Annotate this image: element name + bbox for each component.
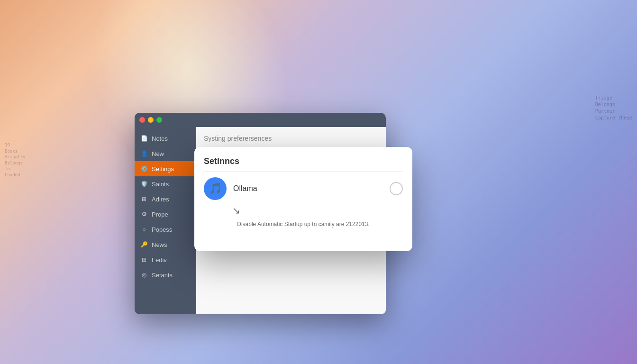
settings-dialog: Setinncs 🎵 Ollama ↘ Disable Automatic St…: [194, 147, 412, 251]
sidebar-item-popess[interactable]: ○ Popess: [135, 222, 196, 237]
adires-icon: ⊞: [140, 195, 148, 203]
arrow-icon: ↘: [232, 205, 403, 216]
sidebar-item-fediv[interactable]: ⊞ Fediv: [135, 252, 196, 267]
dialog-title: Setinncs: [204, 156, 403, 172]
sidebar-item-label: Setants: [152, 272, 173, 279]
sidebar-item-adires[interactable]: ⊞ Adires: [135, 191, 196, 207]
fediv-icon: ⊞: [140, 256, 148, 264]
sidebar-item-label: News: [152, 241, 167, 248]
maximize-button[interactable]: [156, 117, 162, 123]
dialog-description: Disable Automatic Startup up tn camily a…: [204, 221, 403, 228]
notes-icon: 📄: [140, 135, 148, 142]
sidebar-item-notes[interactable]: 📄 Notes: [135, 131, 196, 146]
popess-icon: ○: [140, 226, 148, 233]
minimize-button[interactable]: [148, 117, 154, 123]
sidebar-item-label: Settings: [152, 165, 174, 173]
window-titlebar: [135, 113, 386, 127]
sidebar-item-label: Popess: [152, 226, 172, 233]
sidebar-item-news[interactable]: 🔑 News: [135, 237, 196, 252]
news-icon: 🔑: [140, 241, 148, 248]
sidebar-item-setants[interactable]: ◎ Setants: [135, 267, 196, 282]
close-button[interactable]: [139, 117, 145, 123]
prope-icon: ⚙: [140, 210, 148, 218]
sidebar-item-label: New: [152, 150, 164, 157]
sidebar-item-label: Prope: [152, 211, 168, 218]
section-title: Systing preferersences: [204, 135, 378, 142]
sidebar-item-label: Adires: [152, 196, 169, 203]
setants-icon: ◎: [140, 271, 148, 279]
saints-icon: 🛡️: [140, 180, 148, 188]
new-icon: 👤: [140, 150, 148, 157]
sidebar-item-settings[interactable]: ⚙️ Settings: [135, 161, 196, 176]
sidebar-item-label: Notes: [152, 135, 168, 142]
sidebar-item-label: Saints: [152, 181, 169, 188]
sidebar-item-saints[interactable]: 🛡️ Saints: [135, 176, 196, 191]
dialog-app-row: 🎵 Ollama: [204, 177, 403, 200]
sidebar-item-new[interactable]: 👤 New: [135, 146, 196, 161]
settings-icon: ⚙️: [140, 165, 148, 173]
sidebar-item-label: Fediv: [152, 256, 167, 264]
app-icon-ollama: 🎵: [204, 177, 227, 200]
app-name-label: Ollama: [233, 184, 383, 193]
toggle-switch[interactable]: [390, 182, 403, 195]
sidebar: 📄 Notes 👤 New ⚙️ Settings 🛡️ Saints ⊞ Ad…: [135, 127, 196, 314]
sidebar-item-prope[interactable]: ⚙ Prope: [135, 207, 196, 222]
